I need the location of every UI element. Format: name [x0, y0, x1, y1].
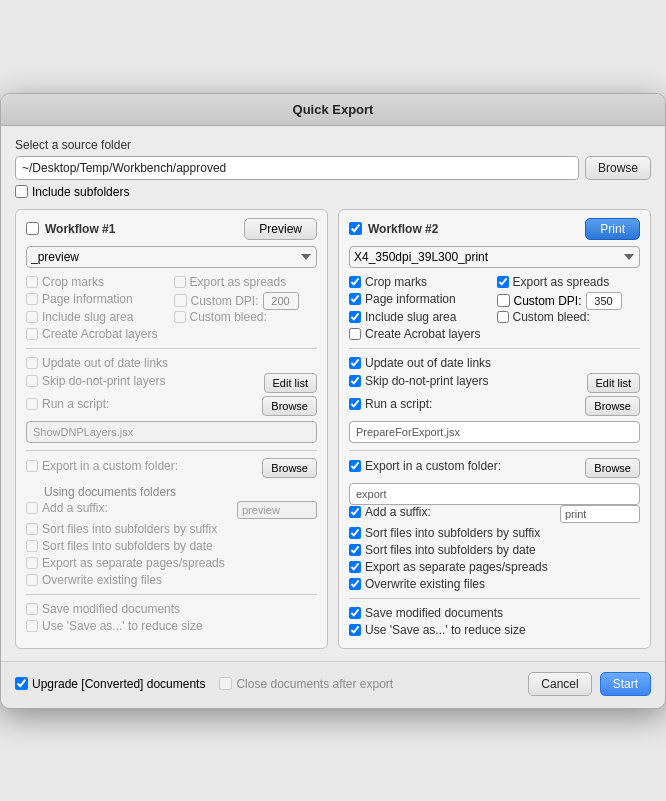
workflow2-suffix-label[interactable]: Add a suffix: — [365, 505, 431, 519]
workflow2-overwrite-checkbox[interactable] — [349, 578, 361, 590]
workflow2-page-info-label[interactable]: Page information — [365, 292, 456, 306]
workflow2-save-modified-label[interactable]: Save modified documents — [365, 606, 503, 620]
workflow1-slug-checkbox[interactable] — [26, 311, 38, 323]
workflow1-sort-suffix-label[interactable]: Sort files into subfolders by suffix — [42, 522, 217, 536]
workflow1-dropdown[interactable]: _preview — [26, 246, 317, 268]
workflow1-bleed-checkbox[interactable] — [174, 311, 186, 323]
workflow1-overwrite-label[interactable]: Overwrite existing files — [42, 573, 162, 587]
workflow2-browse-script-button[interactable]: Browse — [585, 396, 640, 416]
workflow1-suffix-label[interactable]: Add a suffix: — [42, 501, 108, 515]
workflow2-sort-date-label[interactable]: Sort files into subfolders by date — [365, 543, 536, 557]
include-subfolders-checkbox[interactable] — [15, 185, 28, 198]
workflow2-checkbox[interactable] — [349, 222, 362, 235]
workflow2-custom-folder-label[interactable]: Export in a custom folder: — [365, 459, 501, 473]
workflow2-layers-checkbox[interactable] — [349, 328, 361, 340]
workflow1-suffix-input[interactable] — [237, 501, 317, 519]
workflow1-custom-dpi-checkbox[interactable] — [174, 294, 187, 307]
workflow1-sort-date-checkbox[interactable] — [26, 540, 38, 552]
workflow2-sort-suffix-checkbox[interactable] — [349, 527, 361, 539]
workflow2-custom-folder-checkbox[interactable] — [349, 460, 361, 472]
workflow2-export-spreads-label[interactable]: Export as spreads — [513, 275, 610, 289]
close-docs-label[interactable]: Close documents after export — [236, 677, 393, 691]
workflow1-crop-marks-label[interactable]: Crop marks — [42, 275, 104, 289]
workflow2-bleed-label[interactable]: Custom bleed: — [513, 310, 590, 324]
workflow1-title[interactable]: Workflow #1 — [45, 222, 115, 236]
workflow2-skip-layers-checkbox[interactable] — [349, 375, 361, 387]
workflow1-browse-script-button[interactable]: Browse — [262, 396, 317, 416]
workflow1-overwrite-checkbox[interactable] — [26, 574, 38, 586]
workflow1-slug-label[interactable]: Include slug area — [42, 310, 133, 324]
workflow1-custom-dpi-label[interactable]: Custom DPI: — [191, 294, 259, 308]
start-button[interactable]: Start — [600, 672, 651, 696]
workflow1-custom-folder-checkbox[interactable] — [26, 460, 38, 472]
workflow2-bleed-checkbox[interactable] — [497, 311, 509, 323]
workflow2-sort-suffix-label[interactable]: Sort files into subfolders by suffix — [365, 526, 540, 540]
source-path-input[interactable] — [15, 156, 579, 180]
workflow2-run-script-label[interactable]: Run a script: — [365, 397, 432, 411]
workflow2-crop-marks-checkbox[interactable] — [349, 276, 361, 288]
workflow2-overwrite-label[interactable]: Overwrite existing files — [365, 577, 485, 591]
workflow2-export-separate-label[interactable]: Export as separate pages/spreads — [365, 560, 548, 574]
workflow1-save-modified-checkbox[interactable] — [26, 603, 38, 615]
workflow2-folder-input[interactable] — [349, 483, 640, 505]
workflow2-custom-dpi-label[interactable]: Custom DPI: — [514, 294, 582, 308]
workflow2-save-as-label[interactable]: Use 'Save as...' to reduce size — [365, 623, 526, 637]
workflow1-export-separate-label[interactable]: Export as separate pages/spreads — [42, 556, 225, 570]
workflow1-browse-folder-button[interactable]: Browse — [262, 458, 317, 478]
workflow1-export-spreads-label[interactable]: Export as spreads — [190, 275, 287, 289]
workflow1-save-modified-label[interactable]: Save modified documents — [42, 602, 180, 616]
workflow2-browse-folder-button[interactable]: Browse — [585, 458, 640, 478]
workflow2-suffix-input[interactable] — [560, 505, 640, 523]
workflow2-page-info-checkbox[interactable] — [349, 293, 361, 305]
workflow2-crop-marks-label[interactable]: Crop marks — [365, 275, 427, 289]
workflow1-bleed-label[interactable]: Custom bleed: — [190, 310, 267, 324]
workflow2-update-links-checkbox[interactable] — [349, 357, 361, 369]
workflow1-sort-date-label[interactable]: Sort files into subfolders by date — [42, 539, 213, 553]
workflow1-layers-checkbox[interactable] — [26, 328, 38, 340]
workflow2-custom-dpi-checkbox[interactable] — [497, 294, 510, 307]
workflow2-skip-layers-label[interactable]: Skip do-not-print layers — [365, 374, 488, 388]
close-docs-checkbox[interactable] — [219, 677, 232, 690]
workflow1-page-info-checkbox[interactable] — [26, 293, 38, 305]
workflow2-sort-date-checkbox[interactable] — [349, 544, 361, 556]
workflow1-dpi-input[interactable] — [263, 292, 299, 310]
workflow1-update-links-label[interactable]: Update out of date links — [42, 356, 168, 370]
workflow1-save-as-checkbox[interactable] — [26, 620, 38, 632]
upgrade-label[interactable]: Upgrade [Converted] documents — [32, 677, 205, 691]
workflow1-layers-label[interactable]: Create Acrobat layers — [42, 327, 157, 341]
workflow2-save-modified-checkbox[interactable] — [349, 607, 361, 619]
workflow2-save-as-checkbox[interactable] — [349, 624, 361, 636]
source-browse-button[interactable]: Browse — [585, 156, 651, 180]
workflow1-script-input[interactable] — [26, 421, 317, 443]
workflow2-slug-checkbox[interactable] — [349, 311, 361, 323]
workflow2-print-button[interactable]: Print — [585, 218, 640, 240]
include-subfolders-label[interactable]: Include subfolders — [32, 185, 129, 199]
workflow1-skip-layers-label[interactable]: Skip do-not-print layers — [42, 374, 165, 388]
workflow2-suffix-checkbox[interactable] — [349, 506, 361, 518]
workflow1-export-separate-checkbox[interactable] — [26, 557, 38, 569]
workflow1-page-info-label[interactable]: Page information — [42, 292, 133, 306]
upgrade-checkbox[interactable] — [15, 677, 28, 690]
workflow2-run-script-checkbox[interactable] — [349, 398, 361, 410]
workflow2-update-links-label[interactable]: Update out of date links — [365, 356, 491, 370]
workflow1-crop-marks-checkbox[interactable] — [26, 276, 38, 288]
workflow1-save-as-label[interactable]: Use 'Save as...' to reduce size — [42, 619, 203, 633]
workflow2-edit-list-button[interactable]: Edit list — [587, 373, 640, 393]
workflow2-slug-label[interactable]: Include slug area — [365, 310, 456, 324]
workflow2-title[interactable]: Workflow #2 — [368, 222, 438, 236]
cancel-button[interactable]: Cancel — [528, 672, 591, 696]
workflow1-preview-button[interactable]: Preview — [244, 218, 317, 240]
workflow1-edit-list-button[interactable]: Edit list — [264, 373, 317, 393]
workflow2-dpi-input[interactable] — [586, 292, 622, 310]
workflow1-sort-suffix-checkbox[interactable] — [26, 523, 38, 535]
workflow1-suffix-checkbox[interactable] — [26, 502, 38, 514]
workflow2-dropdown[interactable]: X4_350dpi_39L300_print — [349, 246, 640, 268]
workflow1-run-script-label[interactable]: Run a script: — [42, 397, 109, 411]
workflow1-export-spreads-checkbox[interactable] — [174, 276, 186, 288]
workflow2-script-input[interactable] — [349, 421, 640, 443]
workflow1-skip-layers-checkbox[interactable] — [26, 375, 38, 387]
workflow2-export-spreads-checkbox[interactable] — [497, 276, 509, 288]
workflow2-export-separate-checkbox[interactable] — [349, 561, 361, 573]
workflow1-update-links-checkbox[interactable] — [26, 357, 38, 369]
workflow1-checkbox[interactable] — [26, 222, 39, 235]
